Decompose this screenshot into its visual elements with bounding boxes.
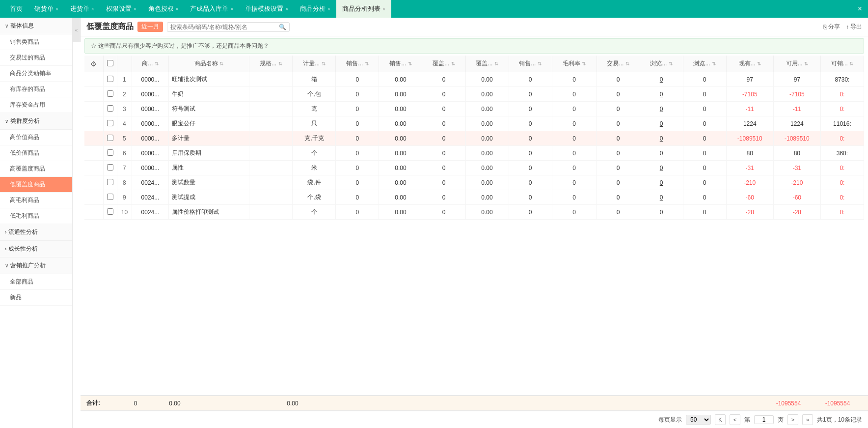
first-page-button[interactable]: K bbox=[715, 414, 726, 425]
nav-permission-settings[interactable]: 权限设置 × bbox=[100, 0, 142, 18]
search-input[interactable] bbox=[170, 24, 279, 30]
select-all-checkbox[interactable] bbox=[107, 60, 113, 66]
row-checkbox-cell[interactable] bbox=[103, 175, 117, 190]
view-link[interactable]: 0 bbox=[660, 150, 663, 157]
row-checkbox-cell[interactable] bbox=[103, 161, 117, 175]
sidebar-item-stock-capital[interactable]: 库存资金占用 bbox=[0, 97, 72, 113]
column-spec[interactable]: 规格... ⇅ bbox=[249, 56, 293, 72]
sort-icon[interactable]: ⇅ bbox=[408, 61, 412, 66]
sort-icon[interactable]: ⇅ bbox=[582, 61, 586, 66]
view-link[interactable]: 0 bbox=[660, 194, 663, 201]
sidebar-section-marketing[interactable]: ∨ 营销推广分析 bbox=[0, 257, 72, 274]
sidebar-section-growth[interactable]: › 成长性分析 bbox=[0, 241, 72, 257]
column-sales2[interactable]: 销售... ⇅ bbox=[379, 56, 422, 72]
nav-product-analysis[interactable]: 商品分析 × bbox=[294, 0, 336, 18]
sidebar-item-low-coverage[interactable]: 低覆盖度商品 bbox=[0, 177, 72, 193]
row-checkbox[interactable] bbox=[107, 164, 113, 171]
sort-icon[interactable]: ⇅ bbox=[278, 61, 282, 66]
close-icon[interactable]: × bbox=[176, 6, 179, 12]
column-sales3[interactable]: 销售... ⇅ bbox=[509, 56, 552, 72]
row-checkbox-cell[interactable] bbox=[103, 146, 117, 161]
column-margin[interactable]: 毛利率 ⇅ bbox=[552, 56, 597, 72]
sidebar-item-low-margin[interactable]: 低毛利商品 bbox=[0, 208, 72, 224]
column-sales1[interactable]: 销售... ⇅ bbox=[336, 56, 379, 72]
row-view1[interactable]: 0 bbox=[640, 131, 683, 146]
row-view1[interactable]: 0 bbox=[640, 87, 683, 102]
nav-sales-order[interactable]: 销货单 × bbox=[28, 0, 64, 18]
column-view1[interactable]: 浏览... ⇅ bbox=[640, 56, 683, 72]
period-button[interactable]: 近一月 bbox=[137, 22, 163, 32]
sidebar-item-new-goods[interactable]: 新品 bbox=[0, 290, 72, 306]
share-button[interactable]: ⎘ 分享 bbox=[823, 23, 840, 31]
sidebar-collapse-button[interactable]: « bbox=[73, 18, 81, 42]
row-view1[interactable]: 0 bbox=[640, 146, 683, 161]
view-link[interactable]: 0 bbox=[660, 106, 663, 113]
row-view1[interactable]: 0 bbox=[640, 205, 683, 220]
sort-icon[interactable]: ⇅ bbox=[804, 61, 808, 66]
close-icon[interactable]: × bbox=[55, 6, 58, 12]
sidebar-item-all-goods[interactable]: 全部商品 bbox=[0, 274, 72, 290]
row-checkbox[interactable] bbox=[107, 179, 113, 185]
window-close-button[interactable]: × bbox=[858, 4, 862, 13]
sort-icon[interactable]: ⇅ bbox=[669, 61, 673, 66]
row-checkbox[interactable] bbox=[107, 120, 113, 126]
view-link[interactable]: 0 bbox=[660, 165, 663, 171]
per-page-select[interactable]: 50 20 100 bbox=[686, 415, 711, 425]
row-checkbox-cell[interactable] bbox=[103, 131, 117, 146]
row-checkbox[interactable] bbox=[107, 208, 113, 215]
nav-purchase-order[interactable]: 进货单 × bbox=[64, 0, 100, 18]
sort-icon[interactable]: ⇅ bbox=[451, 61, 455, 66]
sort-icon[interactable]: ⇅ bbox=[538, 61, 542, 66]
row-checkbox-cell[interactable] bbox=[103, 102, 117, 116]
row-view1[interactable]: 0 bbox=[640, 190, 683, 205]
sidebar-item-high-margin[interactable]: 高毛利商品 bbox=[0, 193, 72, 208]
sidebar-section-liquidity[interactable]: › 流通性分析 bbox=[0, 224, 72, 241]
page-number-input[interactable] bbox=[754, 415, 774, 424]
last-page-button[interactable]: » bbox=[802, 414, 813, 425]
sidebar-item-low-value[interactable]: 低价值商品 bbox=[0, 145, 72, 161]
row-checkbox-cell[interactable] bbox=[103, 87, 117, 102]
row-view1[interactable]: 0 bbox=[640, 72, 683, 87]
close-icon[interactable]: × bbox=[134, 6, 136, 12]
column-coverage1[interactable]: 覆盖... ⇅ bbox=[422, 56, 465, 72]
view-link[interactable]: 0 bbox=[660, 76, 663, 83]
view-link[interactable]: 0 bbox=[660, 179, 663, 186]
view-link[interactable]: 0 bbox=[660, 120, 663, 127]
sidebar-item-high-coverage[interactable]: 高覆盖度商品 bbox=[0, 161, 72, 177]
row-checkbox[interactable] bbox=[107, 76, 113, 82]
nav-role-auth[interactable]: 角色授权 × bbox=[142, 0, 185, 18]
sidebar-section-cluster[interactable]: ∨ 类群度分析 bbox=[0, 113, 72, 130]
nav-product-analysis-list[interactable]: 商品分析列表 × bbox=[336, 0, 391, 18]
row-view1[interactable]: 0 bbox=[640, 175, 683, 190]
close-icon[interactable]: × bbox=[230, 6, 233, 12]
row-view1[interactable]: 0 bbox=[640, 116, 683, 131]
row-checkbox[interactable] bbox=[107, 135, 113, 141]
sidebar-item-category-turnover[interactable]: 商品分类动销率 bbox=[0, 66, 72, 82]
column-unit[interactable]: 计量... ⇅ bbox=[293, 56, 336, 72]
row-checkbox-cell[interactable] bbox=[103, 205, 117, 220]
prev-page-button[interactable]: < bbox=[730, 414, 740, 425]
row-view1[interactable]: 0 bbox=[640, 102, 683, 116]
sort-icon[interactable]: ⇅ bbox=[625, 61, 629, 66]
column-name[interactable]: 商品名称 ⇅ bbox=[168, 56, 249, 72]
column-available[interactable]: 可用... ⇅ bbox=[773, 56, 820, 72]
sidebar-section-overall[interactable]: ∨ 整体信息 bbox=[0, 18, 72, 34]
column-trade[interactable]: 交易... ⇅ bbox=[597, 56, 640, 72]
sidebar-item-with-stock[interactable]: 有库存的商品 bbox=[0, 82, 72, 97]
column-settings[interactable]: ⚙ bbox=[84, 56, 103, 72]
sort-icon[interactable]: ⇅ bbox=[757, 61, 761, 66]
sort-icon[interactable]: ⇅ bbox=[494, 61, 498, 66]
next-page-button[interactable]: > bbox=[787, 414, 798, 425]
sort-icon[interactable]: ⇅ bbox=[219, 61, 223, 66]
nav-home[interactable]: 首页 bbox=[4, 0, 28, 18]
close-icon[interactable]: × bbox=[91, 6, 94, 12]
row-view1[interactable]: 0 bbox=[640, 161, 683, 175]
column-code[interactable]: 商... ⇅ bbox=[132, 56, 168, 72]
close-icon[interactable]: × bbox=[285, 6, 288, 12]
nav-template-settings[interactable]: 单据模板设置 × bbox=[239, 0, 294, 18]
row-checkbox-cell[interactable] bbox=[103, 116, 117, 131]
search-box[interactable]: 🔍 bbox=[167, 22, 290, 32]
export-button[interactable]: ↑ 导出 bbox=[846, 23, 862, 31]
row-checkbox[interactable] bbox=[107, 105, 113, 112]
sort-icon[interactable]: ⇅ bbox=[155, 61, 159, 66]
